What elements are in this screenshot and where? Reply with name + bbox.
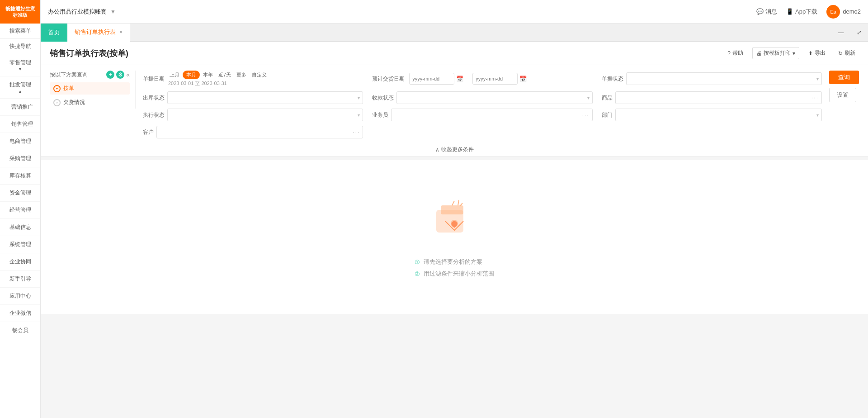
scheme-panel: 按以下方案查询 + ⚙ [50,71,136,109]
filter-main: 按以下方案查询 + ⚙ [50,71,859,143]
scheme-setting-button[interactable]: ⚙ [116,71,124,79]
refresh-icon: ↻ [838,50,843,57]
delivery-select[interactable]: ▾ [167,91,363,104]
tab-close-icon[interactable]: × [119,29,123,35]
tab-home[interactable]: 首页 [41,24,67,42]
status-label: 单据状态 [602,75,623,83]
hint-2-text: 用过滤条件来缩小分析范围 [424,270,494,278]
sidebar-item-system[interactable]: 系统管理 [0,236,40,253]
sidebar-item-finance[interactable]: 资金管理 [0,185,40,202]
export-button[interactable]: ⬆ 导出 [805,48,829,59]
scheme-collapse-button[interactable]: « [126,71,130,78]
sidebar-search-label: 搜索菜单 [9,28,31,34]
date-tab-more[interactable]: 更多 [234,71,249,79]
expected-date-to[interactable] [472,73,518,85]
expected-date-from[interactable] [409,73,454,85]
customer-label: 客户 [143,128,154,136]
page-title: 销售订单执行表(按单) [50,48,128,59]
tabs-bar: 首页 销售订单执行表 × — ⤢ [41,24,868,42]
sidebar-item-enterprise-label: 企业协同 [9,258,31,266]
sidebar-item-marketing-label: 营销推广 [11,103,33,111]
app-download-button[interactable]: 📱 App下载 [786,8,817,16]
salesman-label: 业务员 [372,111,388,119]
page-header: 销售订单执行表(按单) ? 帮助 🖨 按模板打印 ▾ ⬆ 导出 [41,42,868,65]
message-button[interactable]: 💬 消息 [756,8,777,16]
exec-label: 执行状态 [143,111,165,119]
sidebar-item-marketing[interactable]: 营销推广 [0,99,40,116]
tab-sales-order-label: 销售订单执行表 [75,28,116,36]
sidebar-item-sales[interactable]: 销售管理 [0,116,40,133]
filter-section: 按以下方案查询 + ⚙ [41,65,868,156]
chevron-down-icon: ▾ [19,66,21,71]
exec-chevron-icon: ▾ [358,113,360,118]
filter-item-delivery: 出库状态 ▾ [143,91,363,104]
user-profile[interactable]: Ea demo2 [826,5,861,19]
plus-icon: + [109,71,112,78]
tab-fullscreen-button[interactable]: ⤢ [850,24,868,42]
salesman-input[interactable]: ··· [391,109,592,121]
sidebar-item-member[interactable]: 畅会员 [0,322,40,339]
sidebar-item-finance-label: 资金管理 [9,189,31,197]
sidebar-item-purchase[interactable]: 采购管理 [0,150,40,167]
customer-input[interactable]: ··· [156,126,363,138]
sidebar-item-appcenter[interactable]: 应用中心 [0,288,40,305]
empty-hints: ① 请先选择要分析的方案 ② 用过滤条件来缩小分析范围 [415,258,494,278]
print-dropdown-icon: ▾ [793,50,795,57]
scheme-add-button[interactable]: + [106,71,114,79]
sidebar-item-newuser[interactable]: 新手引导 [0,271,40,288]
sidebar-item-quicknav[interactable]: 快捷导航 [0,39,40,54]
calendar-icon-2[interactable]: 📅 [519,76,527,82]
topbar-dropdown-icon[interactable]: ▼ [110,9,116,15]
avatar-text: Ea [830,9,836,14]
tab-sales-order[interactable]: 销售订单执行表 × [67,24,130,42]
chevron-up-icon: ▴ [19,89,21,94]
scheme-item-by-order[interactable]: ● 按单 [50,82,130,95]
payment-select[interactable]: ▾ [396,91,592,104]
sidebar-item-wholesale[interactable]: 批发管理 ▴ [0,76,40,99]
sidebar-item-inventory[interactable]: 库存核算 [0,167,40,185]
sidebar-item-ecommerce[interactable]: 电商管理 [0,133,40,150]
sidebar-item-operation-label: 经营管理 [9,206,31,214]
sidebar-nav: 零售管理 ▾ 批发管理 ▴ 营销推广 销售管理 电商管理 采购管理 库存核算 资… [0,54,40,418]
search-button[interactable]: 查询 [829,71,859,84]
date-tab-thisyear[interactable]: 本年 [201,71,215,79]
sidebar-item-newuser-label: 新手引导 [9,275,31,283]
sidebar-item-search[interactable]: 搜索菜单 [0,24,40,39]
sidebar-item-wechat[interactable]: 企业微信 [0,305,40,322]
payment-chevron-icon: ▾ [587,95,590,100]
sidebar-item-retail[interactable]: 零售管理 ▾ [0,54,40,76]
reset-button[interactable]: 设置 [829,88,856,102]
dept-chevron-icon: ▾ [816,113,819,118]
date-tab-7days[interactable]: 近7天 [216,71,233,79]
scheme-item-shortage[interactable]: ○ 欠货情况 [50,96,130,109]
status-select[interactable]: ▾ [626,72,822,85]
help-button[interactable]: ? 帮助 [724,48,747,59]
tab-expand-button[interactable]: — [832,24,850,42]
dept-select[interactable]: ▾ [615,109,822,121]
filter-item-salesman: 业务员 ··· [372,109,592,121]
exec-select[interactable]: ▾ [167,109,363,121]
date-tab-thismonth[interactable]: 本月 [183,71,200,79]
sidebar-item-inventory-label: 库存核算 [9,172,31,180]
date-range-display: 2023-03-01 至 2023-03-31 [167,80,363,87]
date-tabs-row: 上月 本月 本年 近7天 更多 自定义 [167,71,363,79]
filter-item-dept: 部门 ▾ [602,109,822,121]
goods-input[interactable]: ··· [615,91,822,104]
refresh-button[interactable]: ↻ 刷新 [835,48,859,59]
export-icon: ⬆ [808,50,813,57]
sidebar-item-operation[interactable]: 经营管理 [0,202,40,219]
delivery-label: 出库状态 [143,94,165,102]
fullscreen-icon: ⤢ [857,29,862,36]
print-button[interactable]: 🖨 按模板打印 ▾ [752,47,799,59]
minimize-icon: — [838,29,844,36]
date-tab-custom[interactable]: 自定义 [250,71,269,79]
date-label: 单据日期 [143,75,165,83]
sidebar: 畅捷通好生意 标准版 搜索菜单 快捷导航 零售管理 ▾ 批发管理 ▴ 营销推广 … [0,0,41,418]
delivery-chevron-icon: ▾ [358,95,360,100]
calendar-icon-1[interactable]: 📅 [456,76,463,82]
date-tab-lastmonth[interactable]: 上月 [167,71,182,79]
sidebar-logo-text: 畅捷通好生意 [5,5,35,12]
sidebar-item-enterprise[interactable]: 企业协同 [0,253,40,271]
collapse-bar[interactable]: ∧ 收起更多条件 [50,143,859,156]
sidebar-item-basic[interactable]: 基础信息 [0,219,40,236]
